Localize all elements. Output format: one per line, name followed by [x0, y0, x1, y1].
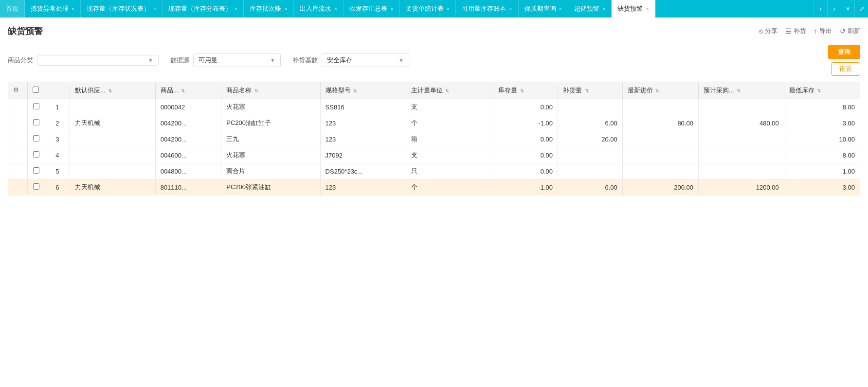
- category-select[interactable]: ▼: [37, 55, 159, 66]
- nav-tab-10[interactable]: 超储预警 ×: [568, 0, 612, 18]
- td-unit-0: 支: [406, 99, 493, 115]
- nav-tab-10-close[interactable]: ×: [602, 6, 605, 12]
- th-spec[interactable]: 规格型号 ⇅: [320, 82, 406, 99]
- category-filter-group: 商品分类 ▼: [8, 55, 159, 66]
- filter-right-actions: 查询 设置: [828, 45, 860, 76]
- row-checkbox-5[interactable]: [33, 183, 39, 190]
- nav-tab-6-close[interactable]: ×: [390, 6, 393, 12]
- nav-tab-9-label: 保质期查询: [524, 4, 556, 13]
- page-header: 缺货预警 ⎋ 分享 ☰ 补货 ↑ 导出 ↺ 刷新: [8, 25, 860, 37]
- nav-scroll-right[interactable]: ›: [827, 0, 841, 18]
- nav-tab-2-close[interactable]: ×: [153, 6, 156, 12]
- th-latest-price[interactable]: 最新进价 ⇅: [622, 82, 698, 99]
- th-supplier-label: 默认供应...: [75, 87, 106, 94]
- row-checkbox-4[interactable]: [33, 167, 39, 174]
- nav-close-all[interactable]: ×: [841, 0, 854, 18]
- td-checkbox-1: [28, 115, 45, 131]
- nav-tab-6[interactable]: 收发存汇总表 ×: [344, 0, 399, 18]
- td-latest-price-3: [622, 147, 698, 163]
- nav-tab-4-close[interactable]: ×: [284, 6, 287, 12]
- nav-tab-1-close[interactable]: ×: [72, 6, 74, 12]
- page-title: 缺货预警: [8, 25, 43, 37]
- nav-tab-1-label: 拣货异常处理: [31, 4, 69, 13]
- th-replenish-qty[interactable]: 补货量 ⇅: [558, 82, 622, 99]
- unit-sort-icon: ⇅: [445, 88, 449, 93]
- share-action[interactable]: ⎋ 分享: [759, 27, 778, 35]
- row-checkbox-1[interactable]: [33, 119, 39, 125]
- nav-tab-1[interactable]: 拣货异常处理 ×: [25, 0, 81, 18]
- th-min-stock[interactable]: 最低库存 ⇅: [784, 82, 860, 99]
- td-unit-3: 支: [406, 147, 493, 163]
- replenish-label: 补货: [794, 27, 806, 35]
- settings-gear-icon[interactable]: ⚙: [13, 86, 22, 95]
- th-supplier[interactable]: 默认供应... ⇅: [70, 82, 155, 99]
- replenish-action[interactable]: ☰ 补货: [785, 27, 806, 35]
- td-checkbox-4: [28, 163, 45, 179]
- nav-tab-11-label: 缺货预警: [617, 4, 643, 13]
- td-num-5: 6: [45, 179, 70, 195]
- td-spec-2: 123: [320, 131, 406, 147]
- td-min-stock-1: 3.00: [784, 115, 860, 131]
- row-checkbox-2[interactable]: [33, 135, 39, 141]
- th-stock[interactable]: 库存量 ⇅: [493, 82, 558, 99]
- nav-tab-4-label: 库存批次账: [250, 4, 281, 13]
- nav-tab-6-label: 收发存汇总表: [349, 4, 387, 13]
- row-checkbox-0[interactable]: [33, 103, 39, 109]
- nav-tab-2[interactable]: 现存量（库存状况表） ×: [81, 0, 162, 18]
- datasource-select[interactable]: 可用量 ▼: [193, 53, 281, 67]
- select-all-checkbox[interactable]: [33, 87, 39, 93]
- td-checkbox-5: [28, 179, 45, 195]
- th-est-purchase[interactable]: 预计采购... ⇅: [698, 82, 784, 99]
- top-nav: 首页 拣货异常处理 × 现存量（库存状况表） × 现存量（库存分布表） × 库存…: [0, 0, 868, 18]
- query-button[interactable]: 查询: [828, 45, 860, 59]
- td-est-purchase-4: [698, 163, 784, 179]
- nav-tab-home[interactable]: 首页: [0, 0, 25, 18]
- th-product-code[interactable]: 商品... ⇅: [155, 82, 221, 99]
- nav-tab-9[interactable]: 保质期查询 ×: [519, 0, 568, 18]
- nav-fullscreen[interactable]: ⤢: [854, 0, 868, 18]
- td-num-4: 5: [45, 163, 70, 179]
- nav-tab-3-label: 现存量（库存分布表）: [168, 4, 232, 13]
- nav-scroll-left[interactable]: ‹: [814, 0, 827, 18]
- td-product-code-4: 004800...: [155, 163, 221, 179]
- refresh-action[interactable]: ↺ 刷新: [840, 27, 860, 35]
- nav-tab-8[interactable]: 可用量库存账本 ×: [456, 0, 518, 18]
- th-unit[interactable]: 主计量单位 ⇅: [406, 82, 493, 99]
- td-stock-3: 0.00: [493, 147, 558, 163]
- nav-tab-5[interactable]: 出入库流水 ×: [294, 0, 344, 18]
- replenish-icon: ☰: [785, 27, 792, 35]
- th-replenish-qty-label: 补货量: [563, 87, 582, 94]
- row-checkbox-3[interactable]: [33, 151, 39, 158]
- td-spec-0: SS816: [320, 99, 406, 115]
- share-icon: ⎋: [759, 27, 763, 35]
- td-latest-price-5: 200.00: [622, 179, 698, 195]
- nav-tab-2-label: 现存量（库存状况表）: [87, 4, 150, 13]
- th-min-stock-label: 最低库存: [789, 87, 814, 94]
- td-product-code-5: 801110...: [155, 179, 221, 195]
- spec-sort-icon: ⇅: [353, 88, 357, 93]
- table-header-row: ⚙ 默认供应... ⇅ 商品... ⇅ 商品名称 ⇅: [8, 82, 860, 99]
- nav-tab-7[interactable]: 要货单统计表 ×: [400, 0, 456, 18]
- td-unit-5: 个: [406, 179, 493, 195]
- nav-tab-9-close[interactable]: ×: [559, 6, 562, 12]
- nav-tab-8-close[interactable]: ×: [509, 6, 512, 12]
- nav-tab-11-close[interactable]: ×: [646, 6, 649, 12]
- nav-tab-7-close[interactable]: ×: [447, 6, 450, 12]
- td-spec-3: J7092: [320, 147, 406, 163]
- th-product-name[interactable]: 商品名称 ⇅: [221, 82, 320, 99]
- min-stock-sort-icon: ⇅: [817, 88, 821, 93]
- nav-tab-5-close[interactable]: ×: [334, 6, 337, 12]
- th-num: [45, 82, 70, 99]
- replenish-base-select[interactable]: 安全库存 ▼: [322, 53, 409, 67]
- td-spec-1: 123: [320, 115, 406, 131]
- nav-tab-3[interactable]: 现存量（库存分布表） ×: [163, 0, 244, 18]
- settings-button[interactable]: 设置: [831, 62, 860, 76]
- nav-tab-3-close[interactable]: ×: [235, 6, 237, 12]
- td-product-name-1: PC200油缸缸子: [221, 115, 320, 131]
- nav-tab-8-label: 可用量库存账本: [462, 4, 506, 13]
- nav-tab-4[interactable]: 库存批次账 ×: [244, 0, 293, 18]
- est-purchase-sort-icon: ⇅: [737, 88, 741, 93]
- nav-tab-11[interactable]: 缺货预警 ×: [612, 0, 655, 18]
- export-action[interactable]: ↑ 导出: [814, 27, 832, 35]
- td-checkbox-2: [28, 131, 45, 147]
